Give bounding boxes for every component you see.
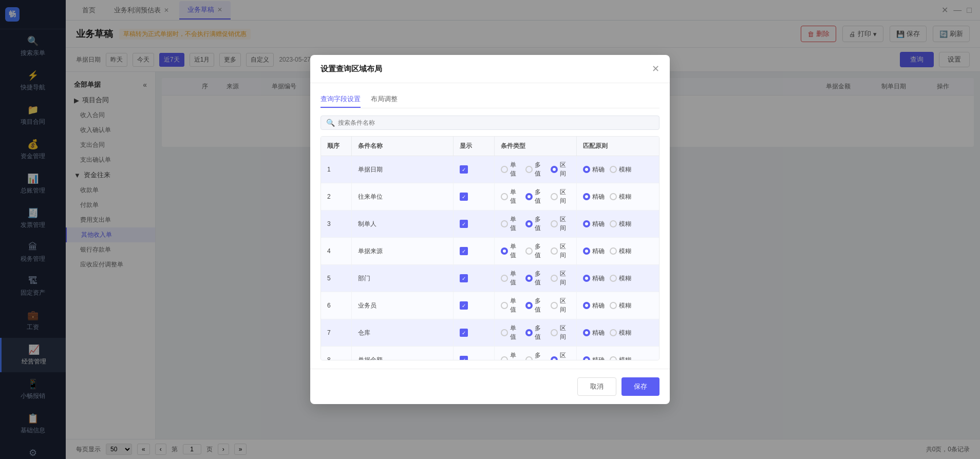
radio-fuzzy-2[interactable]: 模糊	[610, 193, 631, 201]
checkbox-4[interactable]: ✓	[460, 247, 468, 255]
radio-fuzzy-3[interactable]: 模糊	[610, 220, 631, 228]
modal-tabs: 查询字段设置 布局调整	[321, 91, 659, 108]
radio-range-4[interactable]: 区间	[551, 242, 570, 260]
radio-multi-3[interactable]: 多值	[525, 215, 545, 233]
radio-multi-7[interactable]: 多值	[525, 324, 545, 341]
radio-multi-2[interactable]: 多值	[525, 188, 545, 205]
modal-close-btn[interactable]: ✕	[652, 63, 659, 74]
radio-single-8[interactable]: 单值	[501, 351, 520, 360]
radio-fuzzy-4[interactable]: 模糊	[610, 247, 631, 256]
checkbox-6[interactable]: ✓	[460, 301, 468, 310]
cell-order-7: 7	[321, 319, 352, 346]
cell-match-1: 精确 模糊	[577, 156, 659, 183]
radio-exact-2[interactable]: 精确	[583, 193, 605, 201]
modal-header: 设置查询区域布局 ✕	[310, 55, 670, 83]
radio-fuzzy-6[interactable]: 模糊	[610, 301, 631, 310]
radio-single-4[interactable]: 单值	[501, 242, 520, 260]
table-row: 1 单据日期 ✓ 单值 多值 区间 精确	[321, 156, 659, 183]
search-icon: 🔍	[326, 119, 335, 127]
cell-name-1: 单据日期	[352, 156, 454, 183]
radio-range-5[interactable]: 区间	[551, 270, 570, 287]
radio-exact-3[interactable]: 精确	[583, 220, 605, 228]
cell-match-5: 精确 模糊	[577, 265, 659, 292]
modal-tab-fields[interactable]: 查询字段设置	[321, 91, 361, 108]
save-modal-button[interactable]: 保存	[621, 377, 659, 396]
modal: 设置查询区域布局 ✕ 查询字段设置 布局调整 🔍 顺序 条件名称 显示	[310, 55, 670, 404]
cancel-button[interactable]: 取消	[577, 377, 616, 396]
modal-overlay[interactable]: 设置查询区域布局 ✕ 查询字段设置 布局调整 🔍 顺序 条件名称 显示	[0, 0, 980, 459]
radio-single-3[interactable]: 单值	[501, 215, 520, 233]
radio-range-3[interactable]: 区间	[551, 215, 570, 233]
radio-fuzzy-7[interactable]: 模糊	[610, 329, 631, 337]
modal-table-header: 顺序 条件名称 显示 条件类型 匹配原则	[321, 137, 659, 156]
modal-search-input[interactable]	[338, 119, 654, 126]
radio-single-1[interactable]: 单值	[501, 161, 520, 178]
cell-show-4[interactable]: ✓	[454, 238, 495, 264]
table-row: 7 仓库 ✓ 单值 多值 区间 精确	[321, 319, 659, 347]
checkbox-1[interactable]: ✓	[460, 165, 468, 174]
cell-match-7: 精确 模糊	[577, 319, 659, 346]
radio-range-8[interactable]: 区间	[551, 351, 570, 360]
radio-exact-6[interactable]: 精确	[583, 301, 605, 310]
checkbox-8[interactable]: ✓	[460, 356, 468, 360]
cell-name-5: 部门	[352, 265, 454, 292]
modal-footer: 取消 保存	[310, 369, 670, 404]
table-row: 5 部门 ✓ 单值 多值 区间 精确	[321, 265, 659, 292]
radio-fuzzy-8[interactable]: 模糊	[610, 356, 631, 361]
table-row: 3 制单人 ✓ 单值 多值 区间 精确	[321, 211, 659, 238]
radio-exact-4[interactable]: 精确	[583, 247, 605, 256]
radio-single-6[interactable]: 单值	[501, 297, 520, 314]
cell-match-6: 精确 模糊	[577, 292, 659, 319]
cell-show-5[interactable]: ✓	[454, 265, 495, 292]
table-row: 2 往来单位 ✓ 单值 多值 区间 精确	[321, 183, 659, 211]
checkbox-2[interactable]: ✓	[460, 193, 468, 201]
checkbox-5[interactable]: ✓	[460, 274, 468, 282]
cell-type-5: 单值 多值 区间	[495, 265, 577, 292]
modal-table: 顺序 条件名称 显示 条件类型 匹配原则 1 单据日期 ✓ 单值	[321, 136, 659, 360]
cell-show-6[interactable]: ✓	[454, 292, 495, 319]
cell-type-1: 单值 多值 区间	[495, 156, 577, 183]
cell-show-1[interactable]: ✓	[454, 156, 495, 183]
radio-fuzzy-1[interactable]: 模糊	[610, 165, 631, 174]
radio-range-2[interactable]: 区间	[551, 188, 570, 205]
radio-multi-1[interactable]: 多值	[525, 161, 545, 178]
radio-multi-4[interactable]: 多值	[525, 242, 545, 260]
cell-type-7: 单值 多值 区间	[495, 319, 577, 346]
checkbox-3[interactable]: ✓	[460, 220, 468, 228]
modal-body: 查询字段设置 布局调整 🔍 顺序 条件名称 显示 条件类型 匹配原则	[310, 83, 670, 369]
radio-exact-7[interactable]: 精确	[583, 329, 605, 337]
radio-multi-6[interactable]: 多值	[525, 297, 545, 314]
radio-single-5[interactable]: 单值	[501, 270, 520, 287]
cell-name-7: 仓库	[352, 319, 454, 346]
radio-single-2[interactable]: 单值	[501, 188, 520, 205]
cell-show-8[interactable]: ✓	[454, 347, 495, 360]
cell-show-3[interactable]: ✓	[454, 211, 495, 237]
radio-fuzzy-5[interactable]: 模糊	[610, 274, 631, 283]
radio-exact-5[interactable]: 精确	[583, 274, 605, 283]
cell-match-3: 精确 模糊	[577, 211, 659, 237]
cell-type-8: 单值 多值 区间	[495, 347, 577, 360]
table-row: 8 单据金额 ✓ 单值 多值 区间 精确	[321, 347, 659, 360]
cell-match-4: 精确 模糊	[577, 238, 659, 264]
cell-type-2: 单值 多值 区间	[495, 183, 577, 210]
radio-range-7[interactable]: 区间	[551, 324, 570, 341]
radio-range-1[interactable]: 区间	[551, 161, 570, 178]
modal-tab-layout[interactable]: 布局调整	[371, 91, 398, 108]
cell-name-2: 往来单位	[352, 183, 454, 210]
checkbox-7[interactable]: ✓	[460, 329, 468, 337]
radio-multi-8[interactable]: 多值	[525, 351, 545, 360]
radio-multi-5[interactable]: 多值	[525, 270, 545, 287]
cell-show-2[interactable]: ✓	[454, 183, 495, 210]
cell-show-7[interactable]: ✓	[454, 319, 495, 346]
cell-type-3: 单值 多值 区间	[495, 211, 577, 237]
radio-range-6[interactable]: 区间	[551, 297, 570, 314]
radio-single-7[interactable]: 单值	[501, 324, 520, 341]
cell-name-4: 单据来源	[352, 238, 454, 264]
modal-title: 设置查询区域布局	[321, 64, 382, 74]
radio-exact-1[interactable]: 精确	[583, 165, 605, 174]
cell-type-6: 单值 多值 区间	[495, 292, 577, 319]
radio-exact-8[interactable]: 精确	[583, 356, 605, 361]
col-match: 匹配原则	[577, 137, 659, 156]
cell-name-3: 制单人	[352, 211, 454, 237]
cell-order-2: 2	[321, 183, 352, 210]
